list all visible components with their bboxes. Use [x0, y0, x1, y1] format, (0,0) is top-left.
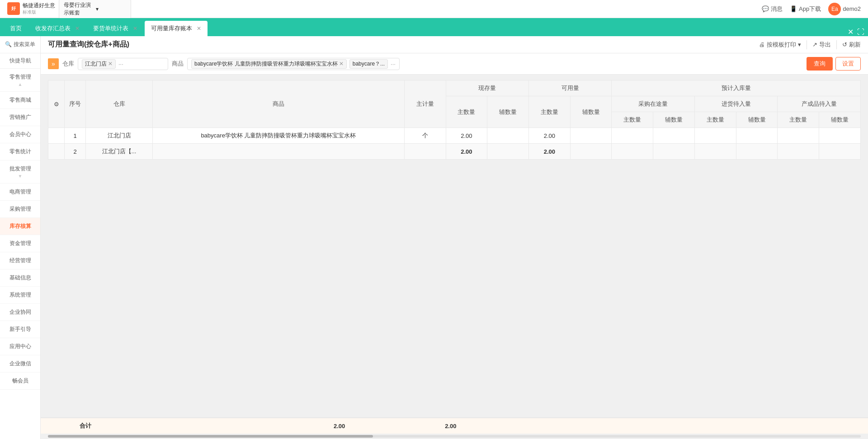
chevron-down-icon: ▾	[96, 6, 126, 12]
th-purchase-transit-aux: 辅数量	[653, 112, 695, 128]
row1-pi-main	[694, 128, 736, 144]
th-no: 序号	[65, 80, 86, 128]
sidebar-item-operations[interactable]: 经营管理	[0, 252, 40, 269]
footer-unit	[270, 418, 311, 434]
row2-pt-main	[612, 144, 653, 160]
row1-pi-aux	[736, 128, 778, 144]
sidebar-item-retail-mall[interactable]: 零售商城	[0, 92, 40, 109]
footer-pt-main	[534, 418, 590, 434]
warehouse-input[interactable]: 江北门店 ✕ ···	[78, 58, 168, 70]
warehouse-tag-text: 江北门店	[85, 60, 107, 68]
search-icon: 🔍	[5, 41, 12, 47]
sidebar-item-member[interactable]: 畅会员	[0, 373, 40, 390]
sidebar-item-finance[interactable]: 资金管理	[0, 235, 40, 252]
store-selector[interactable]: 母婴行业演示账套 ▾	[59, 0, 131, 19]
sidebar: 🔍 搜索菜单 快捷导航 零售管理 ▲ 零售商城 营销推广 会员中心 零售统计 批…	[0, 36, 41, 439]
footer-pi-aux	[701, 418, 757, 434]
sidebar-item-app-center[interactable]: 应用中心	[0, 338, 40, 355]
sidebar-item-inventory-label: 库存核算	[9, 222, 31, 230]
logo-text-area: 畅捷通好生意 标准版	[23, 2, 55, 15]
sidebar-item-retail-management-label: 零售管理	[9, 73, 31, 81]
row1-prod-aux	[819, 128, 861, 144]
sidebar-item-retail-stats[interactable]: 零售统计	[0, 143, 40, 160]
message-button[interactable]: 💬 消息	[762, 5, 783, 13]
warehouse-tag-remove[interactable]: ✕	[108, 61, 113, 67]
tab-requisition-close[interactable]: ✕	[133, 25, 137, 32]
filter-bar: » 仓库 江北门店 ✕ ··· 商品 babycare学饮杯 儿童防摔防撞吸管杯…	[41, 53, 868, 75]
table-area: ⚙ 序号 仓库 商品 主计量 现存量 可用量 预计入库量 主数量 辅数量 主数量…	[41, 75, 868, 417]
warehouse-more-icon[interactable]: ···	[118, 61, 123, 67]
sidebar-item-ecommerce[interactable]: 电商管理	[0, 184, 40, 201]
print-template-button[interactable]: 🖨 按模板打印 ▾	[759, 41, 801, 49]
filter-expand-button[interactable]: »	[48, 58, 59, 69]
footer-label: 合计	[75, 418, 131, 434]
sidebar-item-purchase-label: 采购管理	[9, 205, 31, 213]
sidebar-quick-nav-label: 快捷导航	[9, 57, 31, 64]
scrollbar-thumb[interactable]	[48, 435, 373, 438]
table-footer: 合计 2.00 2.00	[41, 417, 868, 434]
page-title: 可用量查询(按仓库+商品)	[48, 40, 129, 49]
sidebar-quick-nav[interactable]: 快捷导航	[0, 53, 40, 69]
main-layout: 🔍 搜索菜单 快捷导航 零售管理 ▲ 零售商城 营销推广 会员中心 零售统计 批…	[0, 36, 868, 439]
sidebar-item-enterprise-collab[interactable]: 企业协同	[0, 304, 40, 321]
sidebar-search[interactable]: 🔍 搜索菜单	[0, 36, 40, 53]
product-more-icon[interactable]: ···	[391, 61, 396, 67]
horizontal-scrollbar[interactable]	[41, 434, 868, 439]
app-download-button[interactable]: 📱 App下载	[790, 5, 821, 13]
row2-avail-main: 2.00	[529, 144, 571, 160]
tab-receive-close[interactable]: ✕	[75, 25, 80, 32]
sidebar-item-inventory[interactable]: 库存核算	[0, 218, 40, 235]
tab-available-close[interactable]: ✕	[197, 25, 201, 32]
sidebar-item-retail-mall-label: 零售商城	[9, 96, 31, 104]
table-row: 1 江北门店 babycare学饮杯 儿童防摔防撞吸管杯重力球吸嘴杯宝宝水杯 个…	[48, 128, 861, 144]
sidebar-item-basic-info[interactable]: 基础信息	[0, 269, 40, 287]
sidebar-item-enterprise-wechat[interactable]: 企业微信	[0, 355, 40, 373]
sidebar-item-finance-label: 资金管理	[9, 240, 31, 247]
refresh-button[interactable]: ↺ 刷新	[842, 41, 861, 49]
tab-available-stock[interactable]: 可用量库存账本 ✕	[145, 21, 208, 36]
user-area[interactable]: Ea demo2	[828, 3, 861, 15]
avatar: Ea	[828, 3, 841, 15]
top-bar: 好 畅捷通好生意 标准版 母婴行业演示账套 ▾ 💬 消息 📱 App下载 Ea …	[0, 0, 868, 18]
th-warehouse: 仓库	[86, 80, 153, 128]
expand-icon: »	[52, 60, 55, 67]
avatar-initials: Ea	[831, 6, 838, 12]
sidebar-item-member-center[interactable]: 会员中心	[0, 126, 40, 143]
th-planned-in: 预计入库量	[612, 80, 861, 96]
sidebar-item-purchase[interactable]: 采购管理	[0, 201, 40, 218]
tab-receive-summary[interactable]: 收发存汇总表 ✕	[29, 21, 86, 36]
th-available-main-qty: 主数量	[529, 96, 571, 128]
product-filter-label: 商品	[172, 60, 184, 68]
footer-avail-main: 2.00	[423, 418, 478, 434]
sidebar-item-app-center-label: 应用中心	[9, 343, 31, 350]
sidebar-item-wholesale[interactable]: 批发管理 ▼	[0, 160, 40, 184]
export-icon: ↗	[812, 41, 817, 48]
product-input[interactable]: babycare学饮杯 儿童防摔防撞吸管杯重力球吸嘴杯宝宝水杯 ✕ babyca…	[187, 58, 400, 70]
query-button[interactable]: 查询	[807, 57, 833, 71]
product-tag-1-text: babycare学饮杯 儿童防摔防撞吸管杯重力球吸嘴杯宝宝水杯	[194, 60, 338, 68]
product-tag-1: babycare学饮杯 儿童防摔防撞吸管杯重力球吸嘴杯宝宝水杯 ✕	[191, 59, 347, 69]
th-production-aux: 辅数量	[819, 112, 861, 128]
row2-pi-aux	[736, 144, 778, 160]
th-available: 可用量	[529, 80, 612, 96]
fullscreen-button[interactable]: ⛶	[857, 28, 864, 36]
sidebar-item-newbie[interactable]: 新手引导	[0, 321, 40, 338]
sidebar-item-system[interactable]: 系统管理	[0, 287, 40, 304]
close-all-tabs-button[interactable]: ✕	[848, 28, 854, 36]
sidebar-item-retail-management[interactable]: 零售管理 ▲	[0, 69, 40, 92]
footer-avail-aux	[478, 418, 534, 434]
settings-button[interactable]: 设置	[835, 57, 861, 71]
warehouse-filter-label: 仓库	[62, 60, 74, 68]
sidebar-item-marketing[interactable]: 营销推广	[0, 109, 40, 126]
sidebar-search-label: 搜索菜单	[14, 41, 35, 47]
th-production-pending: 产成品待入量	[778, 96, 861, 112]
sidebar-item-newbie-label: 新手引导	[9, 326, 31, 333]
export-button[interactable]: ↗ 导出	[812, 41, 831, 49]
product-tag-1-remove[interactable]: ✕	[339, 61, 344, 67]
username: demo2	[843, 5, 861, 12]
print-icon: 🖨	[759, 41, 765, 48]
tab-requisition-stats[interactable]: 要货单统计表 ✕	[87, 21, 144, 36]
nav-tabs: 首页 收发存汇总表 ✕ 要货单统计表 ✕ 可用量库存账本 ✕ ✕ ⛶	[0, 18, 868, 36]
tab-home[interactable]: 首页	[4, 21, 28, 36]
row1-current-main: 2.00	[446, 128, 487, 144]
